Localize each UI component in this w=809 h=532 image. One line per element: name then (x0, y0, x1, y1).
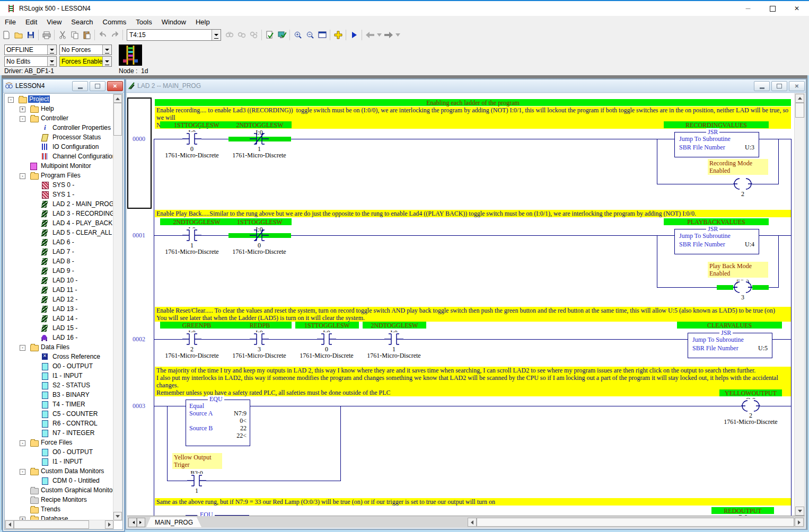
jsr-symbol-label[interactable]: CLEARVALUES (677, 322, 782, 329)
cut-icon[interactable] (56, 29, 68, 41)
ladder-hscroll-thumb[interactable] (477, 518, 794, 527)
tree-item-label[interactable]: LAD 16 - (51, 334, 78, 341)
find-replace-icon[interactable] (248, 29, 260, 41)
menu-item-search[interactable]: Search (66, 17, 98, 27)
tree-item[interactable]: LAD 2 - MAIN_PROG (5, 200, 113, 209)
menu-item-edit[interactable]: Edit (21, 17, 42, 27)
tree-item[interactable]: LAD 8 - (5, 257, 113, 267)
tree-item[interactable]: LAD 10 - (5, 276, 113, 286)
scroll-right-icon[interactable] (105, 520, 113, 529)
tree-item[interactable]: Trends (5, 505, 113, 515)
tree-restore-button[interactable] (90, 81, 105, 91)
menu-item-file[interactable]: File (0, 17, 21, 27)
tree-item-label[interactable]: Custom Graphical Monitors (40, 486, 113, 494)
tree-item-label[interactable]: LAD 13 - (51, 305, 78, 313)
ladder-close-button[interactable] (789, 81, 805, 91)
forward-dropdown-icon[interactable] (394, 29, 401, 41)
tree-item-label[interactable]: Channel Configuration (51, 153, 113, 160)
jsr-operand[interactable]: U:3 (745, 144, 754, 152)
properties-window-icon[interactable] (316, 29, 328, 41)
menu-item-comms[interactable]: Comms (98, 17, 131, 27)
contact-no[interactable] (182, 332, 201, 346)
tree-item-label[interactable]: Controller (40, 114, 69, 122)
tree-item[interactable]: B3 - BINARY (5, 391, 113, 400)
tree-item[interactable]: Controller (5, 114, 113, 123)
tree-window-titlebar[interactable]: LESSON4 (3, 79, 124, 93)
edits-select[interactable]: No Edits (4, 56, 57, 67)
tree-item[interactable]: LAD 12 - (5, 295, 113, 305)
tree-item[interactable]: R6 - CONTROL (5, 419, 113, 429)
tree-item[interactable]: Recipe Monitors (5, 495, 113, 505)
tree-item[interactable]: Help (5, 104, 113, 114)
zoom-in-icon[interactable] (292, 29, 304, 41)
contact-no[interactable] (182, 132, 201, 146)
tree-item-label[interactable]: LAD 11 - (51, 286, 78, 294)
redo-icon[interactable] (109, 29, 121, 41)
tree-item[interactable]: LAD 3 - RECORDING (5, 209, 113, 219)
rung-number[interactable]: 0002 (127, 335, 151, 343)
tree-item-label[interactable]: Project (28, 95, 50, 103)
minimize-button[interactable] (736, 1, 760, 16)
maximize-button[interactable] (760, 1, 785, 16)
tree-item-label[interactable]: C5 - COUNTER (51, 410, 99, 418)
tree-item[interactable]: IO Configuration (5, 143, 113, 152)
tree-item[interactable]: LAD 9 - (5, 267, 113, 276)
tree-item[interactable]: Channel Configuration (5, 152, 113, 162)
collapse-icon[interactable] (8, 97, 14, 103)
tree-item[interactable]: T4 - TIMER (5, 400, 113, 410)
tree-item[interactable]: Project (5, 95, 113, 104)
tree-item-label[interactable]: Custom Data Monitors (40, 467, 105, 475)
tree-item[interactable]: Multipoint Monitor (5, 162, 113, 171)
tree-item-label[interactable]: I1 - INPUT (51, 372, 84, 379)
find-previous-icon[interactable] (223, 29, 235, 41)
tree-item[interactable]: Processor Status (5, 133, 113, 143)
contact-symbol-label[interactable]: REDPB (228, 322, 292, 329)
tree-item-label[interactable]: Multipoint Monitor (40, 162, 92, 170)
tree-item-label[interactable]: O0 - OUTPUT (51, 448, 94, 456)
ladder-window-titlebar[interactable]: LAD 2 -- MAIN_PROG (126, 79, 806, 93)
tree-item[interactable]: Data Files (5, 343, 113, 352)
tree-item-label[interactable]: Help (40, 105, 55, 112)
mode-value[interactable]: OFFLINE (5, 46, 47, 54)
navigate-back-icon[interactable] (364, 29, 376, 41)
tree-item-label[interactable]: Processor Status (51, 134, 102, 141)
coil-bit[interactable]: 3 (727, 294, 759, 302)
tree-item-label[interactable]: Data Files (40, 343, 71, 351)
edits-value[interactable]: No Edits (5, 58, 47, 65)
collapse-icon[interactable] (20, 440, 25, 446)
tree-item-label[interactable]: O0 - OUTPUT (51, 362, 94, 370)
tree-item-label[interactable]: IO Configuration (51, 143, 100, 150)
ladder-canvas[interactable]: Enabling each ladder of the program Enab… (127, 93, 794, 516)
tree-item[interactable]: SYS 0 - (5, 181, 113, 190)
contact-no[interactable] (182, 228, 201, 242)
tree-item-label[interactable]: LAD 8 - (51, 258, 75, 265)
contact-no[interactable] (187, 474, 206, 487)
verify-file-icon[interactable] (263, 29, 276, 41)
contact-bit[interactable]: 1 (181, 487, 213, 495)
copy-icon[interactable] (68, 29, 81, 41)
contact-symbol-label[interactable]: 2NDTOGGLESW (363, 322, 426, 329)
jsr-symbol-label[interactable]: RECORDINGVALUES (664, 121, 769, 128)
dropdown-arrow-icon[interactable] (102, 57, 111, 66)
sheet-tab-scroll-right-icon[interactable] (137, 518, 145, 527)
tree-item[interactable]: LAD 7 - (5, 247, 113, 257)
find-next-icon[interactable] (235, 29, 248, 41)
tree-item-label[interactable]: LAD 10 - (51, 277, 78, 284)
tree-item-label[interactable]: T4 - TIMER (51, 401, 86, 408)
tree-item-label[interactable]: LAD 7 - (51, 248, 75, 255)
tree-item[interactable]: I1 - INPUT (5, 457, 113, 467)
contact-symbol-label[interactable]: 1STTOGGLESW (295, 322, 359, 329)
coil-symbol-label[interactable]: YELLOWOUTPUT (719, 389, 782, 396)
contact-symbol-label[interactable]: GREENPB (160, 322, 233, 329)
menu-item-view[interactable]: View (42, 17, 66, 27)
forces-value[interactable]: No Forces (60, 46, 102, 54)
new-component-icon[interactable] (332, 29, 344, 41)
expand-icon[interactable] (20, 107, 25, 112)
tree-item-label[interactable]: R6 - CONTROL (51, 420, 99, 427)
contact-no[interactable] (250, 332, 269, 346)
rung-comment[interactable]: Enable Reset/Clear..... To clear the val… (155, 307, 791, 322)
close-button[interactable] (785, 1, 809, 16)
dropdown-arrow-icon[interactable] (102, 45, 111, 55)
tree-vscrollbar[interactable] (113, 94, 122, 521)
tree-item-label[interactable]: LAD 6 - (51, 238, 75, 246)
